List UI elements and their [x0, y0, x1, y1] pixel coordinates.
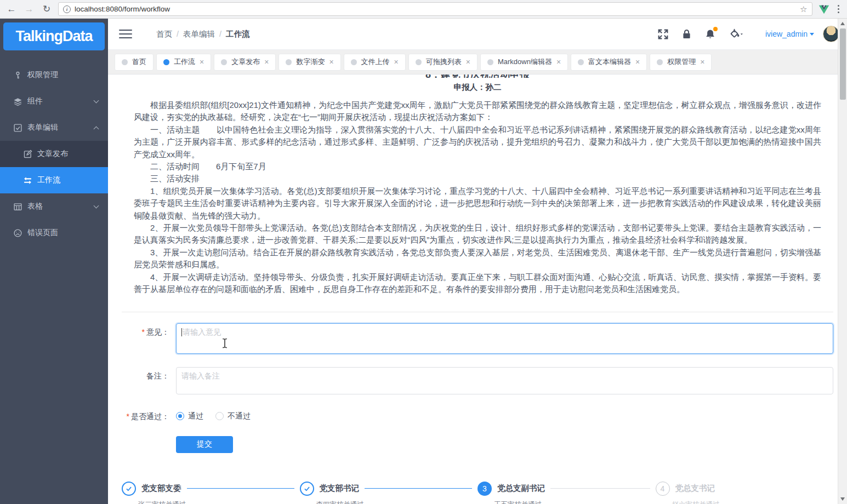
step-connector — [550, 488, 650, 489]
tab-draggable-list[interactable]: 可拖拽列表 × — [408, 54, 477, 71]
vue-devtools-icon[interactable] — [818, 3, 830, 15]
close-icon[interactable]: × — [635, 58, 640, 66]
paragraph: 三、活动安排 — [134, 173, 821, 185]
compose-icon — [23, 150, 32, 159]
error-face-icon — [13, 228, 22, 238]
tab-rich-text-editor[interactable]: 富文本编辑器 × — [571, 54, 647, 71]
close-icon[interactable]: × — [466, 58, 470, 66]
page-info-icon[interactable]: i — [63, 5, 71, 13]
step-connector — [365, 488, 472, 489]
chevron-down-icon — [94, 98, 99, 104]
tab-home[interactable]: 首页 — [115, 54, 154, 71]
scroll-up-icon[interactable] — [840, 22, 845, 25]
sidebar-item-table[interactable]: 表格 — [0, 193, 108, 220]
paragraph: 二、活动时间 6月下旬至7月 — [134, 161, 821, 173]
lock-icon[interactable] — [681, 28, 692, 40]
remark-textarea[interactable]: 请输入备注 — [176, 367, 833, 394]
vertical-scrollbar[interactable] — [838, 19, 847, 504]
sidebar-submenu-form-edit: 文章发布 工作流 — [0, 141, 108, 193]
radio-pass[interactable]: 通过 — [176, 411, 203, 421]
tab-workflow[interactable]: 工作流 × — [156, 54, 211, 71]
paragraph: 2、开展一次党员领导干部带头上党课活动。各党(总)支部结合本支部情况，为庆祝党的… — [134, 222, 821, 247]
browser-chrome: ← → ↻ i localhost:8080/form/workflow ☆ — [0, 0, 847, 19]
step-2: 党支部书记 李四审核并通过 — [300, 482, 478, 504]
bookmark-star-icon[interactable]: ☆ — [800, 4, 807, 14]
breadcrumb-current: 工作流 — [226, 29, 250, 39]
tab-dot-icon — [657, 59, 663, 65]
step-1: 党支部支委 张三审核并通过 — [122, 482, 300, 504]
workflow-page: 8：建党节庆祝活动申报 申报人：孙二 根据县委组织部(组织[20xx]21)文件… — [108, 75, 847, 504]
chevron-up-icon — [94, 126, 99, 131]
step-desc: 王五审核并通过 — [494, 500, 656, 504]
browser-menu-icon[interactable] — [835, 5, 842, 14]
sidebar-item-article-publish[interactable]: 文章发布 — [0, 141, 108, 167]
reload-icon[interactable]: ↻ — [41, 3, 53, 15]
close-icon[interactable]: × — [394, 58, 399, 66]
radio-label: 不通过 — [228, 411, 251, 421]
tab-permission[interactable]: 权限管理 × — [650, 54, 712, 71]
chevron-down-icon — [94, 203, 99, 209]
forward-icon[interactable]: → — [23, 3, 35, 15]
close-icon[interactable]: × — [556, 58, 561, 66]
tab-markdown-editor[interactable]: Markdown编辑器 × — [480, 54, 568, 71]
close-icon[interactable]: × — [264, 58, 269, 66]
step-title: 党支部支委 — [141, 483, 181, 494]
sidebar-item-label: 表单编辑 — [27, 123, 94, 133]
sidebar-item-permission[interactable]: 权限管理 — [0, 62, 108, 88]
opinion-textarea[interactable]: 请输入意见 — [176, 323, 833, 354]
tab-label: 工作流 — [174, 57, 195, 67]
sidebar-item-error-page[interactable]: 错误页面 — [0, 220, 108, 246]
theme-paint-icon[interactable] — [728, 28, 744, 40]
close-icon[interactable]: × — [200, 58, 204, 66]
tab-dot-icon — [286, 59, 292, 65]
address-bar[interactable]: i localhost:8080/form/workflow ☆ — [58, 2, 812, 16]
sidebar-item-workflow[interactable]: 工作流 — [0, 167, 108, 193]
approval-steps: 党支部支委 张三审核并通过 党支部书记 李四审核并通过 — [122, 482, 833, 504]
step-title: 党总支书记 — [675, 483, 715, 494]
step-3: 3 党总支副书记 王五审核并通过 — [477, 482, 656, 504]
tab-label: 权限管理 — [667, 57, 696, 67]
remark-label: 备注： — [122, 367, 176, 394]
step-title: 党总支副书记 — [497, 483, 545, 494]
collapse-menu-icon[interactable] — [119, 30, 132, 39]
pass-label: *是否通过： — [122, 408, 176, 422]
tab-label: 首页 — [132, 57, 146, 67]
required-mark: * — [142, 328, 145, 336]
step-4: 4 党总支书记 赵六审核并通过 — [656, 482, 834, 504]
sidebar-item-form-edit[interactable]: 表单编辑 — [0, 114, 108, 141]
submit-button[interactable]: 提交 — [176, 436, 233, 453]
document-title: 8：建党节庆祝活动申报 — [134, 75, 821, 78]
tab-label: 文章发布 — [231, 57, 260, 67]
close-icon[interactable]: × — [329, 58, 333, 66]
scrollbar-thumb[interactable] — [840, 28, 846, 100]
url-text[interactable]: localhost:8080/form/workflow — [75, 5, 796, 13]
sidebar-item-label: 文章发布 — [37, 149, 98, 159]
tab-dot-icon — [122, 59, 128, 65]
sidebar-item-label: 表格 — [27, 202, 94, 211]
scroll-down-icon[interactable] — [840, 497, 845, 501]
back-icon[interactable]: ← — [5, 3, 18, 15]
tab-label: 富文本编辑器 — [588, 57, 631, 67]
tab-label: Markdown编辑器 — [498, 57, 552, 67]
avatar[interactable] — [823, 26, 839, 42]
sidebar-item-components[interactable]: 组件 — [0, 88, 108, 114]
breadcrumb-form-edit[interactable]: 表单编辑 — [183, 29, 215, 39]
opinion-label: *意见： — [122, 323, 176, 354]
breadcrumb-home[interactable]: 首页 — [156, 29, 172, 39]
paragraph: 一、活动主题 以中国特色社会主义理论为指导，深入贯彻落实党的十八大、十八届四中全… — [134, 124, 821, 161]
tab-file-upload[interactable]: 文件上传 × — [344, 54, 406, 71]
permission-icon — [13, 71, 22, 80]
step-desc: 张三审核并通过 — [138, 500, 300, 504]
required-mark: * — [127, 412, 129, 421]
fullscreen-icon[interactable] — [657, 28, 669, 40]
app-logo[interactable]: TalkingData — [3, 22, 105, 50]
radio-reject[interactable]: 不通过 — [215, 411, 251, 421]
tab-article-publish[interactable]: 文章发布 × — [214, 54, 276, 71]
opinion-placeholder: 请输入意见 — [183, 328, 221, 336]
notification-bell-icon[interactable] — [704, 28, 716, 40]
user-menu[interactable]: iview_admin — [765, 30, 814, 38]
tab-number-gradient[interactable]: 数字渐变 × — [278, 54, 340, 71]
tab-dot-icon — [351, 59, 357, 65]
text-caret — [181, 328, 182, 336]
close-icon[interactable]: × — [700, 58, 704, 66]
